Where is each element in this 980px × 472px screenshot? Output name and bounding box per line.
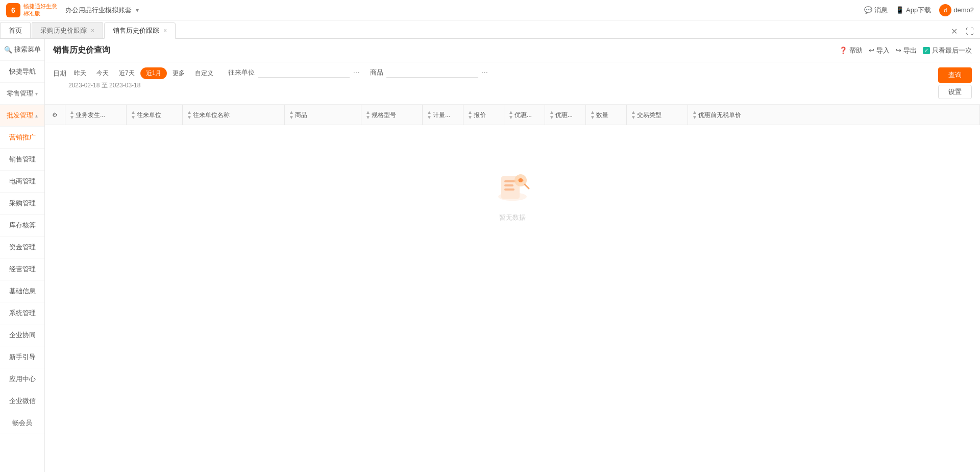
sidebar-item-guide[interactable]: 新手引导 xyxy=(0,346,44,368)
app-download-btn[interactable]: 📱 App下载 xyxy=(896,6,931,15)
th-discount1[interactable]: ▲▼ 优惠... xyxy=(504,105,545,125)
product-input[interactable] xyxy=(386,67,478,78)
svg-rect-3 xyxy=(504,184,513,186)
only-last-checkbox-group[interactable]: ✓ 只看最后一次 xyxy=(923,46,972,55)
user-profile[interactable]: d demo2 xyxy=(939,4,974,16)
th-notax[interactable]: ▲▼ 优惠前无税单价 xyxy=(688,105,980,125)
table-settings-icon: ⚙ xyxy=(52,111,58,119)
th-discount2[interactable]: ▲▼ 优惠... xyxy=(545,105,586,125)
export-btn[interactable]: ↪ 导出 xyxy=(896,46,917,55)
date-filter-row: 日期 昨天 今天 近7天 近1月 更多 自定义 xyxy=(53,67,218,79)
content-area: 销售历史价查询 ❓ 帮助 ↩ 导入 ↪ 导出 ✓ xyxy=(45,39,980,472)
tab-close-btn[interactable]: ✕ xyxy=(949,25,960,38)
sidebar-item-purchase[interactable]: 采购管理 xyxy=(0,193,44,215)
product-label: 商品 xyxy=(370,68,383,77)
only-last-checkbox[interactable]: ✓ xyxy=(923,47,930,54)
sidebar-item-wechat[interactable]: 企业微信 xyxy=(0,390,44,412)
th-date[interactable]: ▲▼ 业务发生... xyxy=(65,105,127,125)
yesterday-btn[interactable]: 昨天 xyxy=(69,67,91,79)
tab-purchase-history-close[interactable]: × xyxy=(91,27,94,34)
sort-product-icon: ▲▼ xyxy=(289,110,294,120)
app-title-dropdown-icon[interactable]: ▾ xyxy=(136,7,139,14)
query-button[interactable]: 查询 xyxy=(938,67,972,83)
empty-state: 暂无数据 xyxy=(45,125,980,263)
sidebar-item-sales[interactable]: 销售管理 xyxy=(0,149,44,171)
retail-arrow-icon: ▾ xyxy=(35,91,38,97)
main-layout: 🔍 搜索菜单 快捷导航 零售管理 ▾ 批发管理 ▴ 营销推广 销售管理 电商管理… xyxy=(0,39,980,472)
date-label: 日期 xyxy=(53,69,66,78)
wholesale-arrow-icon: ▴ xyxy=(35,113,38,119)
tab-home[interactable]: 首页 xyxy=(0,22,31,38)
custom-btn[interactable]: 自定义 xyxy=(190,67,218,79)
sidebar-item-marketing[interactable]: 营销推广 xyxy=(0,127,44,149)
sort-type-icon: ▲▼ xyxy=(631,110,636,120)
last1month-btn[interactable]: 近1月 xyxy=(140,67,167,79)
sidebar: 🔍 搜索菜单 快捷导航 零售管理 ▾ 批发管理 ▴ 营销推广 销售管理 电商管理… xyxy=(0,39,45,472)
logo-icon: 6 xyxy=(6,3,20,17)
search-icon: 🔍 xyxy=(4,46,12,54)
sidebar-item-wholesale[interactable]: 批发管理 ▴ xyxy=(0,105,44,127)
date-buttons: 昨天 今天 近7天 近1月 更多 自定义 xyxy=(69,67,218,79)
table-area: ⚙ ▲▼ 业务发生... ▲▼ 往来单位 ▲▼ 往来单位名称 xyxy=(45,105,980,263)
logo-area: 6 畅捷通好生意 标准版 xyxy=(6,3,57,17)
sidebar-item-retail[interactable]: 零售管理 ▾ xyxy=(0,83,44,105)
tab-sales-history-close[interactable]: × xyxy=(163,27,167,34)
th-partner-code[interactable]: ▲▼ 往来单位 xyxy=(127,105,183,125)
tab-bar: 首页 采购历史价跟踪 × 销售历史价跟踪 × ✕ ⛶ xyxy=(0,20,980,39)
sidebar-item-nav[interactable]: 快捷导航 xyxy=(0,61,44,83)
top-bar-right: 💬 消息 📱 App下载 d demo2 xyxy=(864,4,974,16)
partner-label: 往来单位 xyxy=(228,68,255,77)
sidebar-item-search[interactable]: 🔍 搜索菜单 xyxy=(0,39,44,61)
th-unit[interactable]: ▲▼ 计量... xyxy=(423,105,463,125)
sort-partner-icon: ▲▼ xyxy=(131,110,136,120)
sidebar-item-collab[interactable]: 企业协同 xyxy=(0,324,44,346)
today-btn[interactable]: 今天 xyxy=(92,67,113,79)
th-qty[interactable]: ▲▼ 数量 xyxy=(586,105,627,125)
page-header: 销售历史价查询 ❓ 帮助 ↩ 导入 ↪ 导出 ✓ xyxy=(45,39,980,62)
page-title: 销售历史价查询 xyxy=(53,45,110,56)
message-btn[interactable]: 💬 消息 xyxy=(864,6,888,15)
sidebar-item-vip[interactable]: 畅会员 xyxy=(0,412,44,434)
sidebar-item-basic[interactable]: 基础信息 xyxy=(0,280,44,302)
empty-text: 暂无数据 xyxy=(499,213,526,222)
sidebar-item-appstore[interactable]: 应用中心 xyxy=(0,368,44,390)
table-header: ⚙ ▲▼ 业务发生... ▲▼ 往来单位 ▲▼ 往来单位名称 xyxy=(45,105,980,125)
product-dots[interactable]: ··· xyxy=(481,68,488,77)
svg-point-6 xyxy=(519,178,523,182)
th-spec[interactable]: ▲▼ 规格型号 xyxy=(361,105,423,125)
more-btn[interactable]: 更多 xyxy=(168,67,189,79)
page-container: 销售历史价查询 ❓ 帮助 ↩ 导入 ↪ 导出 ✓ xyxy=(45,39,980,472)
th-type[interactable]: ▲▼ 交易类型 xyxy=(627,105,688,125)
help-btn[interactable]: ❓ 帮助 xyxy=(839,46,863,55)
tab-purchase-history[interactable]: 采购历史价跟踪 × xyxy=(32,22,103,38)
page-header-right: ❓ 帮助 ↩ 导入 ↪ 导出 ✓ 只看最后一次 xyxy=(839,46,972,55)
tab-sales-history[interactable]: 销售历史价跟踪 × xyxy=(104,22,176,39)
sidebar-item-system[interactable]: 系统管理 xyxy=(0,302,44,324)
partner-input[interactable] xyxy=(258,67,350,78)
phone-icon: 📱 xyxy=(896,6,904,14)
th-product[interactable]: ▲▼ 商品 xyxy=(285,105,361,125)
sidebar-item-inventory[interactable]: 库存核算 xyxy=(0,215,44,237)
partner-dots[interactable]: ··· xyxy=(353,68,359,77)
sort-spec-icon: ▲▼ xyxy=(365,110,371,120)
export-icon: ↪ xyxy=(896,46,901,54)
tab-maximize-btn[interactable]: ⛶ xyxy=(964,25,976,38)
settings-button[interactable]: 设置 xyxy=(938,85,972,99)
top-bar: 6 畅捷通好生意 标准版 办公用品行业模拟账套 ▾ 💬 消息 📱 App下载 d… xyxy=(0,0,980,20)
sidebar-item-finance[interactable]: 资金管理 xyxy=(0,237,44,258)
app-title: 办公用品行业模拟账套 xyxy=(65,6,132,15)
sidebar-item-operation[interactable]: 经营管理 xyxy=(0,258,44,280)
sidebar-item-ecommerce[interactable]: 电商管理 xyxy=(0,171,44,193)
import-btn[interactable]: ↩ 导入 xyxy=(869,46,890,55)
date-filter-group: 日期 昨天 今天 近7天 近1月 更多 自定义 2023-02-18 至 202… xyxy=(53,67,218,90)
top-bar-left: 6 畅捷通好生意 标准版 办公用品行业模拟账套 ▾ xyxy=(6,3,139,17)
last7days-btn[interactable]: 近7天 xyxy=(114,67,139,79)
sort-partner-name-icon: ▲▼ xyxy=(187,110,192,120)
th-settings[interactable]: ⚙ xyxy=(45,105,65,125)
filter-actions: 查询 设置 xyxy=(938,67,972,99)
sort-qty-icon: ▲▼ xyxy=(590,110,595,120)
sort-discount1-icon: ▲▼ xyxy=(508,110,513,120)
th-partner-name[interactable]: ▲▼ 往来单位名称 xyxy=(183,105,285,125)
th-price[interactable]: ▲▼ 报价 xyxy=(463,105,504,125)
sort-notax-icon: ▲▼ xyxy=(692,110,697,120)
